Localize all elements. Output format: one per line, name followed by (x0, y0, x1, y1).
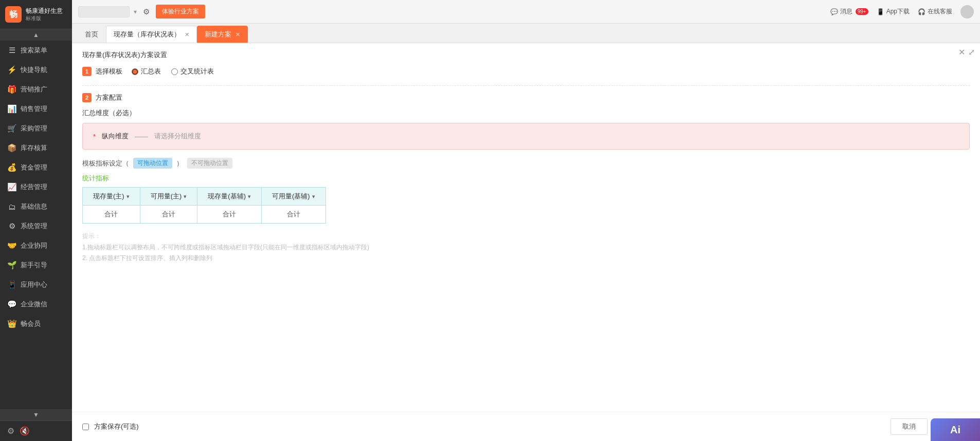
cell-1-4: 合计 (262, 206, 326, 224)
step-divider (82, 85, 970, 86)
online-service-label: 在线客服 (928, 7, 952, 16)
indicator-settings-label: 模板指标设定（ 可拖动位置 ） 不可拖动位置 (82, 158, 970, 169)
save-label[interactable]: 方案保存(可选) (94, 422, 139, 431)
tips-title: 提示： (82, 232, 101, 240)
ai-badge-text: Ai (950, 424, 960, 436)
settings-bottom-icon[interactable]: ⚙ (7, 426, 14, 436)
sidebar-item-membership[interactable]: 👑 畅会员 (0, 314, 72, 334)
sidebar-logo: 畅 畅康通好生意 标准版 (0, 0, 72, 29)
messages-item[interactable]: 💬 消息 99+ (830, 7, 868, 16)
cancel-button[interactable]: 取消 (891, 418, 928, 435)
sidebar-item-operations[interactable]: 📈 经营管理 (0, 177, 72, 197)
dimension-dash: —— (135, 133, 148, 140)
save-checkbox[interactable] (82, 424, 89, 430)
dimension-placeholder[interactable]: 请选择分组维度 (154, 132, 201, 141)
cross-radio[interactable] (171, 68, 178, 75)
topbar-right: 💬 消息 99+ 📱 App下载 🎧 在线客服 (830, 5, 974, 19)
topbar-search-input[interactable] (78, 6, 130, 17)
tab-inventory-close[interactable]: ✕ (185, 31, 189, 38)
purchase-icon: 🛒 (7, 124, 16, 133)
col-header-2[interactable]: 可用量(主) ▾ (140, 188, 197, 206)
tab-new-plan-close[interactable]: ✕ (235, 31, 240, 38)
sidebar-item-enterprise[interactable]: 🤝 企业协同 (0, 236, 72, 255)
basic-info-icon: 🗂 (7, 202, 16, 211)
sidebar-scroll-down[interactable]: ▼ (0, 409, 72, 420)
sidebar-item-search[interactable]: ☰ 搜索菜单 (0, 41, 72, 60)
step2-header: 2 方案配置 (82, 93, 970, 102)
tips-section: 提示： 1.拖动标题栏可以调整布局，不可跨维度或指标区域拖动栏目字段(只能在同一… (82, 231, 970, 264)
step2-title: 方案配置 (96, 93, 122, 102)
step1-section: 1 选择模板 汇总表 交叉统计表 (82, 67, 970, 76)
panel-expand-icon[interactable]: ⤢ (968, 47, 975, 57)
sidebar-label-marketing: 营销推广 (21, 85, 47, 94)
dimension-required-mark: * (93, 133, 96, 140)
col-header-4[interactable]: 可用量(基辅) ▾ (262, 188, 326, 206)
col2-chevron[interactable]: ▾ (184, 193, 187, 200)
topbar-gear-icon[interactable]: ⚙ (143, 7, 150, 16)
indicator-paren-close: ） (176, 159, 183, 168)
sidebar-item-finance[interactable]: 💰 资金管理 (0, 158, 72, 177)
dimension-area: * 纵向维度 —— 请选择分组维度 (82, 123, 970, 150)
mute-icon[interactable]: 🔇 (20, 426, 30, 436)
ai-badge[interactable]: Ai (931, 418, 980, 441)
summary-radio-text: 汇总表 (141, 67, 161, 76)
cell-1-3: 合计 (197, 206, 262, 224)
cell-1-1: 合计 (83, 206, 140, 224)
sidebar-item-basic-info[interactable]: 🗂 基础信息 (0, 197, 72, 216)
template-radio-group: 汇总表 交叉统计表 (132, 67, 214, 76)
topbar: ▾ ⚙ 体验行业方案 💬 消息 99+ 📱 App下载 🎧 在线客服 (72, 0, 980, 24)
sidebar-label-system: 系统管理 (21, 222, 47, 231)
tips-item2: 2. 点击标题栏下拉可设置排序、插入列和删除列 (82, 253, 970, 264)
membership-icon: 👑 (7, 319, 16, 328)
cross-radio-label[interactable]: 交叉统计表 (171, 67, 214, 76)
col3-chevron[interactable]: ▾ (248, 193, 251, 200)
step1-header: 1 选择模板 汇总表 交叉统计表 (82, 67, 970, 76)
sidebar-item-marketing[interactable]: 🎁 营销推广 (0, 80, 72, 99)
summary-radio[interactable] (132, 68, 138, 75)
experience-btn[interactable]: 体验行业方案 (156, 5, 205, 19)
main-area: ▾ ⚙ 体验行业方案 💬 消息 99+ 📱 App下载 🎧 在线客服 首页 (72, 0, 980, 441)
col4-chevron[interactable]: ▾ (312, 193, 315, 200)
dimension-row: * 纵向维度 —— 请选择分组维度 (93, 132, 959, 141)
sidebar-label-search: 搜索菜单 (21, 46, 47, 55)
tab-inventory-label: 现存量（库存状况表） (114, 30, 180, 39)
sidebar-item-purchase[interactable]: 🛒 采购管理 (0, 119, 72, 138)
indicator-settings: 模板指标设定（ 可拖动位置 ） 不可拖动位置 统计指标 (82, 158, 970, 224)
app-center-icon: 📱 (7, 280, 16, 289)
topbar-chevron-icon[interactable]: ▾ (134, 8, 137, 15)
step1-title: 选择模板 (96, 67, 122, 76)
step2-section: 2 方案配置 汇总维度（必选） * 纵向维度 —— 请选择分组维度 (82, 93, 970, 264)
sidebar-label-membership: 畅会员 (21, 319, 41, 328)
sidebar-label-finance: 资金管理 (21, 163, 47, 172)
aggregation-label: 汇总维度（必选） (82, 108, 970, 118)
col1-chevron[interactable]: ▾ (126, 193, 130, 200)
col-header-3[interactable]: 现存量(基辅) ▾ (197, 188, 262, 206)
sales-icon: 📊 (7, 104, 16, 114)
col-header-1[interactable]: 现存量(主) ▾ (83, 188, 140, 206)
sidebar-item-beginner[interactable]: 🌱 新手引导 (0, 255, 72, 275)
operations-icon: 📈 (7, 182, 16, 192)
panel-controls: ✕ ⤢ (958, 47, 975, 57)
indicator-table: 现存量(主) ▾ 可用量(主) ▾ (82, 187, 326, 224)
message-icon: 💬 (830, 8, 838, 15)
online-service-item[interactable]: 🎧 在线客服 (918, 7, 952, 16)
sidebar-item-wechat[interactable]: 💬 企业微信 (0, 295, 72, 314)
tab-inventory[interactable]: 现存量（库存状况表） ✕ (106, 26, 197, 43)
app-download-item[interactable]: 📱 App下载 (877, 7, 910, 16)
headset-icon: 🎧 (918, 8, 925, 15)
summary-radio-label[interactable]: 汇总表 (132, 67, 161, 76)
user-avatar[interactable] (960, 5, 974, 19)
sidebar-item-sales[interactable]: 📊 销售管理 (0, 99, 72, 119)
sidebar-bottom: ⚙ 🔇 (0, 420, 72, 441)
tab-new-plan[interactable]: 新建方案 ✕ (197, 26, 248, 43)
tab-home-label: 首页 (85, 30, 98, 39)
tab-home[interactable]: 首页 (77, 26, 106, 43)
messages-badge: 99+ (856, 8, 868, 15)
sidebar-scroll-up[interactable]: ▲ (0, 29, 72, 41)
sidebar-nav: ☰ 搜索菜单 ⚡ 快捷导航 🎁 营销推广 📊 销售管理 🛒 采购管理 📦 库存核… (0, 41, 72, 409)
sidebar-item-system[interactable]: ⚙ 系统管理 (0, 216, 72, 236)
sidebar-item-quick-nav[interactable]: ⚡ 快捷导航 (0, 60, 72, 80)
sidebar-item-app-center[interactable]: 📱 应用中心 (0, 275, 72, 295)
panel-close-icon[interactable]: ✕ (958, 47, 965, 57)
sidebar-item-inventory[interactable]: 📦 库存核算 (0, 138, 72, 158)
